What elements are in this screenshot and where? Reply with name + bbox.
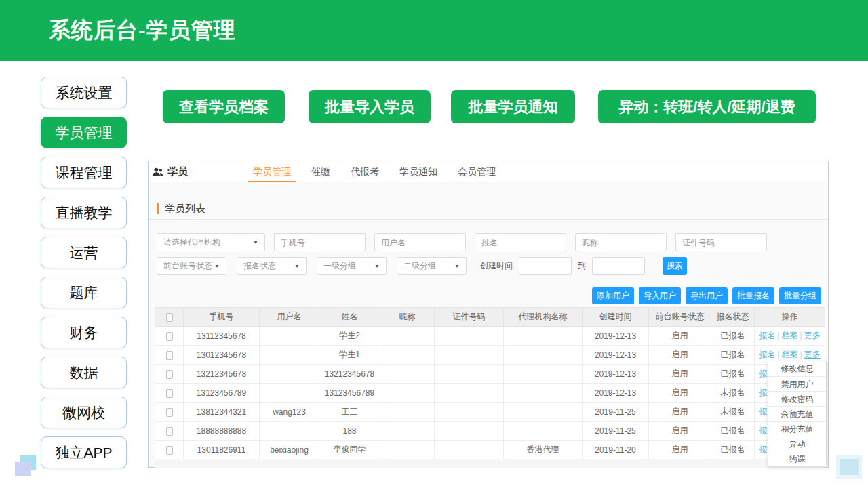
table-row: 188888888881882019-11-25启用已报名报名|档案|更多: [155, 422, 825, 441]
cell-agency: [504, 422, 583, 441]
cell-phone: 13812344321: [184, 403, 260, 422]
row-checkbox[interactable]: [166, 408, 173, 417]
filter-select-signup-status[interactable]: 报名状态▼: [237, 257, 307, 275]
tab[interactable]: 催缴: [301, 161, 340, 182]
row-checkbox[interactable]: [166, 427, 173, 436]
menu-item[interactable]: 积分充值: [768, 421, 826, 436]
menu-item[interactable]: 余额充值: [768, 406, 826, 421]
filter-select-group-level1[interactable]: 一级分组▼: [317, 257, 387, 275]
decoration-square-bottom-right: [836, 455, 862, 479]
cell-account-status: 启用: [649, 422, 711, 441]
search-button[interactable]: 搜索: [663, 257, 687, 275]
cell-nickname: [380, 346, 435, 365]
sidebar-item[interactable]: 课程管理: [41, 157, 127, 188]
tab[interactable]: 学员通知: [389, 161, 448, 182]
quick-action-button[interactable]: 查看学员档案: [163, 90, 285, 123]
menu-item[interactable]: 异动: [768, 436, 826, 451]
cell-created: 2019-11-25: [583, 422, 649, 441]
quick-action-button[interactable]: 异动：转班/转人/延期/退费: [598, 90, 816, 123]
filter-input-phone[interactable]: [274, 233, 366, 251]
filter-input-username[interactable]: [374, 233, 466, 251]
link-separator: |: [800, 331, 802, 340]
checkbox-cell: [155, 365, 184, 384]
column-header: 报名状态: [711, 308, 755, 327]
cell-signup-status: 已报名: [711, 365, 755, 384]
bulk-action-button[interactable]: 导出用户: [686, 287, 728, 304]
bulk-action-button[interactable]: 批量分组: [779, 287, 821, 304]
filter-select-agency[interactable]: 请选择代理机构▼: [157, 233, 265, 251]
cell-id-number: [435, 422, 504, 441]
section-title: 学员列表: [157, 203, 205, 214]
tab[interactable]: 代报考: [340, 161, 389, 182]
filter-input-nickname[interactable]: [575, 233, 667, 251]
cell-nickname: [380, 365, 435, 384]
sidebar-item[interactable]: 学员管理: [41, 117, 127, 148]
action-link-more[interactable]: 更多: [804, 350, 821, 359]
bulk-action-button[interactable]: 导入用户: [639, 287, 681, 304]
bulk-actions: 添加用户导入用户导出用户批量报名批量分组: [592, 287, 821, 304]
cell-phone: 13011826911: [184, 441, 260, 460]
quick-action-button[interactable]: 批量学员通知: [451, 90, 575, 123]
action-link-signup[interactable]: 报名: [759, 350, 775, 359]
cell-signup-status: 已报名: [711, 327, 755, 346]
sidebar-item[interactable]: 系统设置: [41, 77, 127, 108]
sidebar-item[interactable]: 独立APP: [41, 436, 127, 468]
action-link-profile[interactable]: 档案: [782, 331, 798, 340]
quick-action-button[interactable]: 批量导入学员: [309, 90, 431, 123]
cell-id-number: [435, 365, 504, 384]
select-all-checkbox[interactable]: [166, 313, 173, 322]
sidebar-item[interactable]: 财务: [41, 317, 127, 348]
bulk-action-button[interactable]: 添加用户: [592, 287, 634, 304]
menu-item[interactable]: 禁用用户: [768, 376, 826, 391]
table-footer-strip: [155, 459, 825, 468]
menu-item[interactable]: 修改信息: [768, 361, 826, 376]
action-link-more[interactable]: 更多: [804, 331, 821, 340]
sidebar: 系统设置学员管理课程管理直播教学运营题库财务数据微网校独立APP: [41, 77, 127, 476]
cell-created: 2019-12-13: [583, 365, 649, 384]
row-checkbox[interactable]: [166, 446, 173, 455]
table-header-row: 手机号用户名姓名昵称证件号码代理机构名称创建时间前台账号状态报名状态操作: [155, 308, 825, 327]
row-checkbox[interactable]: [166, 351, 173, 360]
sidebar-item[interactable]: 运营: [41, 237, 127, 268]
checkbox-cell: [155, 403, 184, 422]
cell-created: 2019-11-25: [583, 403, 649, 422]
menu-item[interactable]: 修改密码: [768, 391, 826, 406]
caret-down-icon: ▼: [454, 264, 460, 269]
sidebar-item[interactable]: 数据: [41, 357, 127, 388]
filter-input-name[interactable]: [475, 233, 566, 251]
action-link-signup[interactable]: 报名: [759, 331, 775, 340]
bulk-action-button[interactable]: 批量报名: [732, 287, 774, 304]
decoration-square-lavender: [15, 462, 31, 476]
page-title: 系统后台-学员管理: [49, 16, 236, 45]
date-to-input[interactable]: [592, 257, 645, 275]
filter-row-2: 前台账号状态▼报名状态▼一级分组▼二级分组▼ 创建时间 到 搜索: [157, 257, 687, 275]
sidebar-item[interactable]: 微网校: [41, 396, 127, 428]
action-link-profile[interactable]: 档案: [782, 350, 798, 359]
cell-name: 13212345678: [319, 365, 380, 384]
cell-username: [260, 422, 319, 441]
sidebar-item[interactable]: 题库: [41, 277, 127, 308]
row-checkbox[interactable]: [166, 332, 173, 341]
cell-name: 188: [319, 422, 380, 441]
row-checkbox[interactable]: [166, 370, 173, 379]
menu-item[interactable]: 约课: [768, 451, 826, 466]
filter-select-group-level2[interactable]: 二级分组▼: [397, 257, 467, 275]
cell-signup-status: 已报名: [711, 346, 755, 365]
cell-name: 学生1: [319, 346, 380, 365]
sidebar-item[interactable]: 直播教学: [41, 197, 127, 228]
filter-select-account-status[interactable]: 前台账号状态▼: [157, 257, 226, 275]
date-from-input[interactable]: [519, 257, 572, 275]
cell-nickname: [380, 422, 435, 441]
cell-nickname: [380, 327, 435, 346]
row-checkbox[interactable]: [166, 389, 173, 398]
tab[interactable]: 学员管理: [243, 161, 301, 182]
column-header: 姓名: [319, 308, 380, 327]
select-all-header: [155, 308, 184, 327]
table-row: 13011826911beixiaojing李俊同学香港代理2019-11-20…: [155, 441, 825, 460]
filter-input-id-number[interactable]: [675, 233, 767, 251]
tab[interactable]: 会员管理: [448, 161, 506, 182]
cell-id-number: [435, 384, 504, 403]
select-placeholder: 报名状态: [243, 260, 276, 272]
cell-actions: 报名|档案|更多: [755, 327, 825, 346]
cell-id-number: [435, 403, 504, 422]
